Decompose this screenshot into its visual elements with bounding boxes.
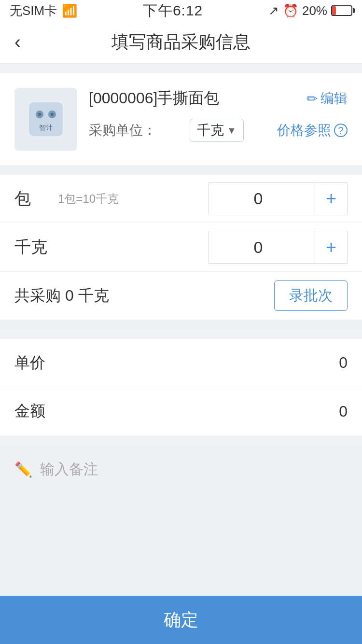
product-name-row: [0000006]手撕面包 ✏ 编辑: [89, 88, 348, 109]
battery-percent: 20%: [302, 3, 327, 18]
unit-select[interactable]: 千克 ▼: [190, 119, 244, 142]
status-bar-right: ↗ ⏰ 20%: [268, 3, 352, 18]
unit-label: 采购单位：: [89, 121, 156, 140]
notes-placeholder: 输入备注: [40, 460, 98, 479]
chevron-down-icon: ▼: [227, 125, 237, 136]
amount-value: 0: [339, 403, 348, 420]
price-ref-button[interactable]: 价格参照 ?: [277, 121, 348, 140]
help-icon: ?: [334, 124, 348, 137]
edit-icon: ✏: [306, 91, 318, 107]
svg-point-4: [51, 113, 54, 116]
main-content: 智计 [0000006]手撕面包 ✏ 编辑 采购单位： 千克 ▼: [0, 73, 362, 644]
edit-label: 编辑: [320, 89, 348, 108]
confirm-button[interactable]: 确定: [0, 596, 362, 644]
summary-row: 共采购 0 千克 录批次: [0, 271, 362, 320]
section-divider-1: [0, 165, 362, 175]
amount-row: 金额 0: [0, 387, 362, 435]
input-section: 包 1包=10千克 + 千克 +: [0, 175, 362, 271]
status-bar-time: 下午6:12: [143, 1, 203, 21]
kg-label: 千克: [14, 236, 53, 258]
product-image: 智计: [14, 88, 77, 151]
svg-point-3: [38, 113, 41, 116]
product-info: [0000006]手撕面包 ✏ 编辑 采购单位： 千克 ▼ 价格参照 ?: [89, 88, 348, 142]
pack-input-control: +: [209, 182, 348, 215]
kg-input-row: 千克 +: [0, 223, 362, 271]
price-ref-label: 价格参照: [277, 121, 331, 140]
price-section: 单价 0 金额 0: [0, 339, 362, 435]
carrier-text: 无SIM卡: [10, 2, 57, 19]
product-card: 智计 [0000006]手撕面包 ✏ 编辑 采购单位： 千克 ▼: [0, 73, 362, 165]
status-bar-left: 无SIM卡 📶: [10, 2, 77, 19]
back-button[interactable]: ‹: [14, 32, 21, 53]
kg-plus-button[interactable]: +: [315, 231, 348, 264]
alarm-icon: ⏰: [283, 3, 298, 18]
product-name: [0000006]手撕面包: [89, 88, 219, 109]
status-bar: 无SIM卡 📶 下午6:12 ↗ ⏰ 20%: [0, 0, 362, 21]
unit-value: 千克: [197, 121, 224, 140]
notes-section[interactable]: ✏️ 输入备注: [0, 445, 362, 494]
amount-label: 金额: [14, 401, 45, 422]
unit-row: 采购单位： 千克 ▼ 价格参照 ?: [89, 119, 348, 142]
pack-label: 包: [14, 188, 53, 210]
page-title: 填写商品采购信息: [111, 30, 251, 54]
section-divider-2: [0, 320, 362, 329]
product-logo: 智计: [27, 100, 65, 139]
summary-text: 共采购 0 千克: [14, 285, 109, 307]
unit-price-label: 单价: [14, 352, 45, 374]
svg-text:智计: 智计: [39, 124, 53, 131]
kg-input-control: +: [209, 231, 348, 264]
edit-link[interactable]: ✏ 编辑: [306, 89, 348, 108]
pack-plus-button[interactable]: +: [315, 182, 348, 215]
unit-price-row: 单价 0: [0, 339, 362, 387]
pack-quantity-input[interactable]: [209, 182, 315, 215]
nav-bar: ‹ 填写商品采购信息: [0, 21, 362, 64]
pencil-icon: ✏️: [14, 461, 32, 478]
battery-fill: [332, 6, 336, 15]
wifi-icon: 📶: [62, 3, 77, 18]
unit-price-value: 0: [339, 354, 348, 372]
battery-icon: [331, 5, 352, 16]
location-icon: ↗: [268, 3, 279, 18]
kg-quantity-input[interactable]: [209, 231, 315, 264]
pack-sublabel: 1包=10千克: [58, 191, 209, 207]
pack-input-row: 包 1包=10千克 +: [0, 175, 362, 223]
batch-button[interactable]: 录批次: [274, 280, 348, 311]
